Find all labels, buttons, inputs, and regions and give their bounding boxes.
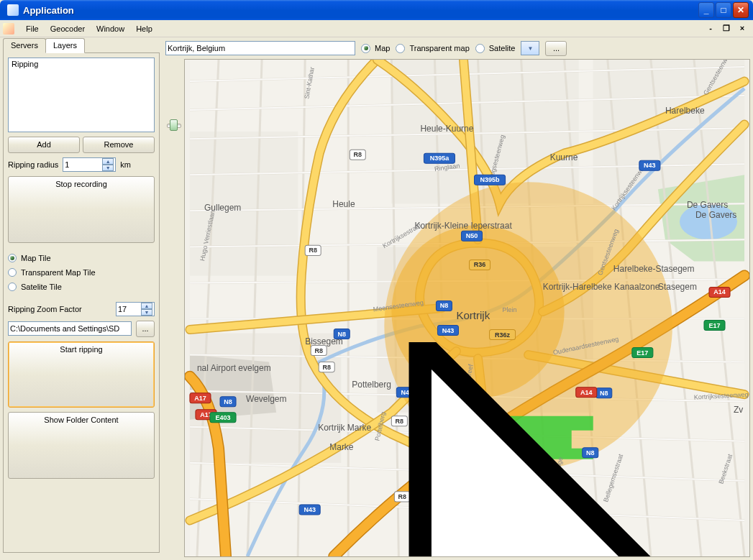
more-button[interactable]: ... <box>545 41 567 56</box>
map-canvas: Kortrijk HarelbekeKuurneHeule-KuurneGull… <box>185 60 749 556</box>
route-shield: R8 <box>319 362 334 372</box>
zoom-factor-label: Ripping Zoom Factor <box>8 305 111 313</box>
route-shield: N8 <box>596 388 612 398</box>
place-label: Harelbeke-Stasegem <box>613 264 695 274</box>
place-label: Marke <box>329 442 354 452</box>
route-shield: N8 <box>436 300 452 311</box>
map-viewport[interactable]: Kortrijk HarelbekeKuurneHeule-KuurneGull… <box>184 59 750 557</box>
radio-view-transparent[interactable]: Transparent map <box>396 43 469 54</box>
svg-text:N43: N43 <box>442 327 455 334</box>
route-shield: N395b <box>475 175 506 185</box>
place-label: nal Airport evelgem <box>197 363 271 373</box>
svg-text:N395a: N395a <box>430 155 450 162</box>
browse-button[interactable]: ... <box>136 321 155 337</box>
place-label: Wevelgem <box>246 394 286 404</box>
route-shield: E17 <box>632 348 653 358</box>
minimize-button[interactable]: _ <box>698 2 714 18</box>
search-input[interactable]: Kortrijk, Belgium <box>165 41 355 55</box>
svg-text:A17: A17 <box>194 395 206 402</box>
svg-text:N8: N8 <box>224 398 232 405</box>
place-label: Harelbeke <box>665 106 705 116</box>
route-shield: N43 <box>437 326 458 336</box>
tab-layers[interactable]: Layers <box>45 38 85 53</box>
svg-text:R8: R8 <box>398 493 407 500</box>
spin-up-icon[interactable]: ▲ <box>141 303 152 309</box>
svg-text:N323a: N323a <box>533 482 553 490</box>
app-icon <box>7 4 19 16</box>
route-shield: N43 <box>299 505 320 515</box>
menubar: File Geocoder Window Help - ❐ × <box>0 20 753 37</box>
radio-view-map[interactable]: Map <box>361 43 390 54</box>
svg-text:N43: N43 <box>401 389 414 396</box>
spin-down-icon[interactable]: ▼ <box>102 165 114 171</box>
svg-text:N8: N8 <box>440 303 449 310</box>
route-shield: N323 <box>471 418 497 428</box>
mdi-restore[interactable]: ❐ <box>720 22 733 34</box>
slider-thumb-icon[interactable] <box>170 119 178 131</box>
titlebar: Application _ □ ✕ <box>0 0 753 20</box>
maximize-button[interactable]: □ <box>716 2 731 18</box>
menu-help[interactable]: Help <box>130 23 158 35</box>
route-shield: R8 <box>442 454 457 464</box>
mdi-minimize[interactable]: - <box>704 22 717 34</box>
menu-geocoder[interactable]: Geocoder <box>45 23 91 35</box>
start-ripping-button[interactable]: Start ripping <box>8 341 155 408</box>
route-shield: N43 <box>639 160 660 170</box>
svg-text:R36: R36 <box>474 261 486 268</box>
place-label: Kortrijk Marke <box>318 423 371 433</box>
route-shield: N50 <box>461 231 482 241</box>
svg-text:R36z: R36z <box>495 331 511 339</box>
place-label: Zv <box>734 405 743 415</box>
place-label: Stasegem <box>658 282 697 292</box>
menu-window[interactable]: Window <box>91 23 130 35</box>
radio-circle-icon <box>8 268 17 277</box>
close-button[interactable]: ✕ <box>733 2 749 18</box>
menu-file[interactable]: File <box>20 23 45 35</box>
show-folder-button[interactable]: Show Folder Content <box>8 412 155 479</box>
svg-text:N50: N50 <box>466 232 478 239</box>
radius-spinbox[interactable]: 1 ▲▼ <box>63 157 116 172</box>
route-shield: A14 <box>576 387 597 398</box>
radius-label: Ripping radius <box>8 160 58 169</box>
place-label: Pottelberg <box>352 380 391 390</box>
spin-up-icon[interactable]: ▲ <box>102 158 114 165</box>
list-item[interactable]: Ripping <box>12 60 151 68</box>
svg-text:N43: N43 <box>644 162 656 169</box>
radio-view-satelite[interactable]: Satelite <box>475 43 516 54</box>
route-shield: N43 <box>396 387 417 398</box>
place-label: De Gavers <box>687 200 728 210</box>
svg-text:N43: N43 <box>304 506 316 513</box>
spin-down-icon[interactable]: ▼ <box>141 309 152 316</box>
place-label: Heule <box>332 199 355 209</box>
radio-transparent-map-tile[interactable]: Transparent Map Tile <box>8 267 155 277</box>
svg-text:R8: R8 <box>354 151 362 158</box>
radio-satelite-tile[interactable]: Satelite Tile <box>8 282 155 292</box>
path-textbox[interactable]: C:\Documents and Settings\SD <box>8 321 132 336</box>
route-shield: A17 <box>190 393 211 403</box>
svg-text:R8: R8 <box>396 418 404 425</box>
stop-recording-button[interactable]: Stop recording <box>8 176 155 243</box>
place-label: Kuurne <box>550 152 578 162</box>
chevron-down-icon: ▼ <box>528 45 534 52</box>
view-dropdown[interactable]: ▼ <box>521 41 539 55</box>
zoom-slider[interactable] <box>167 116 181 134</box>
svg-text:N8: N8 <box>586 449 595 456</box>
route-shield: R8 <box>391 416 407 426</box>
place-label: Heule-Kuurne <box>420 124 473 134</box>
svg-text:Kortrijk: Kortrijk <box>456 309 490 321</box>
svg-text:N395b: N395b <box>480 176 501 183</box>
radius-unit: km <box>120 160 131 169</box>
tab-servers[interactable]: Servers <box>3 38 46 53</box>
radio-map-tile[interactable]: Map Tile <box>8 253 155 263</box>
svg-text:N8: N8 <box>337 331 346 338</box>
layers-listbox[interactable]: Ripping <box>8 58 155 132</box>
route-shield: R36z <box>490 330 516 340</box>
remove-button[interactable]: Remove <box>83 137 155 153</box>
mdi-close[interactable]: × <box>736 22 749 34</box>
mdi-icon <box>3 23 14 35</box>
route-shield: R8 <box>350 150 365 160</box>
zoom-factor-spinbox[interactable]: 17 ▲▼ <box>116 302 155 316</box>
route-shield: N8 <box>220 397 236 407</box>
route-shield: E17 <box>704 321 725 331</box>
add-button[interactable]: Add <box>8 137 80 153</box>
